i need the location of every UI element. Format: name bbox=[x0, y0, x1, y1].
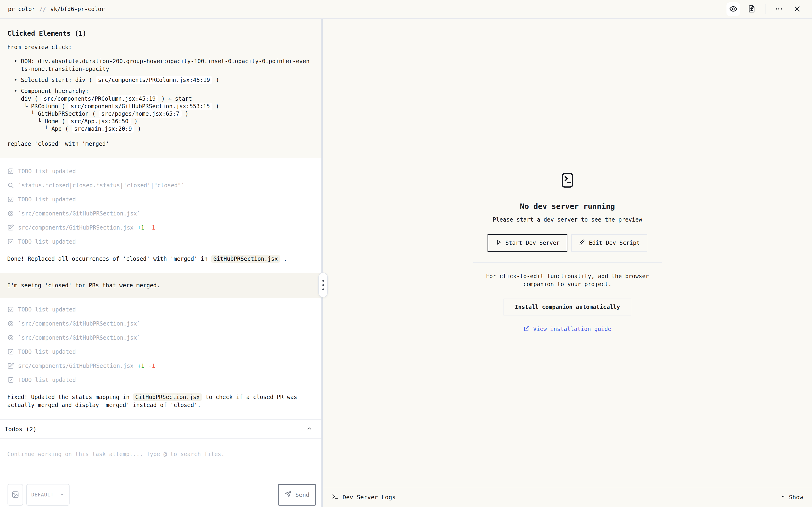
activity-status-row: TODO list updated bbox=[7, 348, 311, 355]
more-options-button[interactable] bbox=[772, 2, 786, 16]
activity-status-row: `src/components/GitHubPRSection.jsx` bbox=[7, 210, 311, 217]
diff-added-count: +1 bbox=[138, 224, 144, 231]
file-diff-icon bbox=[747, 5, 756, 14]
external-link-icon bbox=[523, 325, 530, 333]
ellipsis-icon bbox=[775, 5, 783, 14]
assistant-done-message: Done! Replaced all occurrences of 'close… bbox=[7, 255, 311, 263]
status-text: TODO list updated bbox=[18, 306, 76, 313]
hierarchy-line: └ GitHubPRSection ( src/pages/home.jsx:6… bbox=[21, 110, 311, 118]
hierarchy-label: Component hierarchy: bbox=[21, 87, 311, 95]
text-segment: ) ← start bbox=[158, 96, 192, 102]
text-segment: └ GitHubPRSection ( bbox=[31, 111, 99, 117]
text-segment: ) bbox=[134, 125, 141, 132]
file-path-chip: GitHubPRSection.jsx bbox=[211, 255, 280, 263]
text-segment: ) bbox=[131, 118, 138, 125]
send-label: Send bbox=[295, 492, 309, 498]
assistant-activity-block-2: TODO list updated`src/components/GitHubP… bbox=[0, 298, 321, 419]
read-file-icon bbox=[7, 210, 14, 217]
todos-label: Todos (2) bbox=[5, 426, 37, 433]
todo-check-icon bbox=[7, 196, 14, 203]
no-server-empty-state: No dev server running Please start a dev… bbox=[323, 19, 812, 487]
todo-check-icon bbox=[7, 306, 14, 313]
status-text: TODO list updated bbox=[18, 168, 76, 175]
chevron-up-icon bbox=[306, 425, 313, 434]
chat-input[interactable]: Continue working on this task attempt...… bbox=[0, 439, 321, 458]
mode-selector[interactable]: DEFAULT bbox=[26, 484, 69, 506]
file-path-chip: src/components/PRColumn.jsx:45:19 bbox=[41, 95, 158, 103]
status-text: `src/components/GitHubPRSection.jsx` bbox=[18, 320, 140, 327]
activity-status-row: TODO list updated bbox=[7, 306, 311, 313]
composer: Continue working on this task attempt...… bbox=[0, 439, 321, 507]
attach-image-button[interactable] bbox=[7, 484, 23, 506]
image-icon bbox=[11, 491, 19, 499]
window-title: pr color // vk/bfd6-pr-color bbox=[8, 6, 105, 12]
chevron-up-icon bbox=[780, 493, 786, 501]
terminal-prompt-icon bbox=[332, 493, 338, 501]
activity-list-1: TODO list updated`status.*closed|closed.… bbox=[7, 168, 311, 245]
play-icon bbox=[495, 239, 502, 247]
todos-header[interactable]: Todos (2) bbox=[0, 419, 321, 439]
chevron-down-icon bbox=[59, 492, 65, 498]
status-text: `status.*closed|closed.*status|'closed'|… bbox=[18, 182, 185, 189]
empty-state-title: No dev server running bbox=[520, 202, 615, 211]
branch-name: vk/bfd6-pr-color bbox=[51, 6, 105, 12]
text-segment: Done! Replaced all occurrences of 'close… bbox=[7, 256, 211, 262]
preview-panel: No dev server running Please start a dev… bbox=[323, 19, 812, 507]
show-logs-label: Show bbox=[789, 494, 803, 501]
preview-toggle-button[interactable] bbox=[726, 2, 740, 16]
close-icon bbox=[793, 5, 801, 14]
status-text: src/components/GitHubPRSection.jsx bbox=[18, 224, 134, 231]
user-message: I'm seeing 'closed' for PRs that were me… bbox=[0, 273, 321, 298]
clicked-elements-intro: From preview click: bbox=[7, 44, 311, 50]
show-logs-toggle[interactable]: Show bbox=[780, 493, 803, 501]
empty-state-subtitle: Please start a dev server to see the pre… bbox=[493, 216, 642, 223]
activity-status-row: TODO list updated bbox=[7, 377, 311, 383]
activity-list-2: TODO list updated`src/components/GitHubP… bbox=[7, 306, 311, 383]
status-text: TODO list updated bbox=[18, 349, 76, 355]
read-file-icon bbox=[7, 320, 14, 327]
assistant-fixed-message: Fixed! Updated the status mapping in Git… bbox=[7, 393, 311, 409]
panel-resize-handle[interactable] bbox=[318, 273, 328, 297]
file-path-chip: src/components/PRColumn.jsx:45:19 bbox=[96, 76, 212, 84]
text-segment: └ Home ( bbox=[38, 118, 68, 125]
edit-file-icon bbox=[7, 362, 14, 369]
title-bar: pr color // vk/bfd6-pr-color bbox=[0, 0, 812, 19]
selected-start-bullet: Selected start: div ( src/components/PRC… bbox=[21, 76, 311, 84]
diff-view-button[interactable] bbox=[745, 2, 758, 16]
dev-server-logs-bar: Dev Server Logs Show bbox=[323, 487, 812, 507]
activity-status-row: TODO list updated bbox=[7, 238, 311, 245]
send-button[interactable]: Send bbox=[278, 484, 316, 506]
status-text: TODO list updated bbox=[18, 238, 76, 245]
section-divider bbox=[473, 263, 662, 263]
file-path-chip: src/components/GitHubPRSection.jsx:553:1… bbox=[68, 103, 212, 110]
file-path-chip: src/pages/home.jsx:65:7 bbox=[99, 110, 182, 118]
eye-icon bbox=[729, 5, 738, 14]
task-title: pr color bbox=[8, 6, 35, 12]
status-text: TODO list updated bbox=[18, 377, 76, 383]
header-divider bbox=[765, 4, 765, 14]
diff-added-count: +1 bbox=[138, 363, 144, 369]
activity-status-row: src/components/GitHubPRSection.jsx+1-1 bbox=[7, 362, 311, 369]
todo-check-icon bbox=[7, 348, 14, 355]
edit-file-icon bbox=[7, 224, 14, 231]
install-companion-button[interactable]: Install companion automatically bbox=[504, 298, 631, 316]
text-segment: ) bbox=[212, 103, 219, 110]
installation-guide-link[interactable]: View installation guide bbox=[523, 325, 611, 333]
start-dev-server-button[interactable]: Start Dev Server bbox=[488, 234, 567, 251]
close-button[interactable] bbox=[791, 2, 804, 16]
activity-status-row: `src/components/GitHubPRSection.jsx` bbox=[7, 320, 311, 327]
start-dev-server-label: Start Dev Server bbox=[505, 240, 560, 246]
installation-guide-label: View installation guide bbox=[533, 326, 611, 332]
hierarchy-line: └ Home ( src/App.jsx:36:50 ) bbox=[21, 118, 311, 125]
dev-server-logs-title: Dev Server Logs bbox=[332, 493, 396, 501]
activity-status-row: `status.*closed|closed.*status|'closed'|… bbox=[7, 182, 311, 189]
text-segment: div ( bbox=[21, 96, 41, 102]
send-icon bbox=[285, 491, 292, 499]
todo-check-icon bbox=[7, 377, 14, 383]
text-segment: └ App ( bbox=[45, 125, 72, 132]
activity-status-row: src/components/GitHubPRSection.jsx+1-1 bbox=[7, 224, 311, 231]
file-path-chip: GitHubPRSection.jsx bbox=[133, 393, 202, 401]
status-text: `src/components/GitHubPRSection.jsx` bbox=[18, 210, 140, 217]
edit-dev-script-button[interactable]: Edit Dev Script bbox=[571, 234, 647, 251]
user-request-text: replace 'closed' with 'merged' bbox=[7, 140, 311, 147]
